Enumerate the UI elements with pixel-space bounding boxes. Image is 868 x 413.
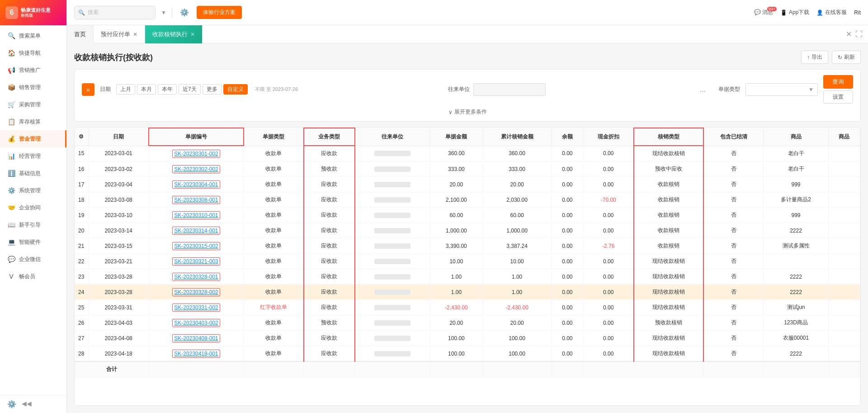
user-name[interactable]: Rit — [854, 9, 861, 16]
marketing-icon: 📢 — [7, 66, 15, 74]
date-this-month[interactable]: 本月 — [137, 84, 156, 95]
sidebar-item-marketing[interactable]: 📢 营销推广 — [0, 62, 66, 79]
topbar-gear-icon[interactable]: ⚙️ — [178, 6, 191, 19]
partner-input[interactable] — [473, 83, 546, 96]
search-icon: 🔍 — [78, 9, 85, 16]
sidebar-item-hardware[interactable]: 💻 智能硬件 — [0, 233, 66, 251]
sidebar-item-sales[interactable]: 📦 销售管理 — [0, 79, 66, 96]
page-content: 收款核销执行(按收款) ↑ 导出 ↻ 刷新 » 日期 — [67, 43, 868, 413]
sidebar-item-inventory[interactable]: 📋 库存核算 — [0, 113, 66, 130]
date-custom[interactable]: 自定义 — [223, 84, 248, 95]
date-last-month[interactable]: 上月 — [116, 84, 135, 95]
industry-solution-button[interactable]: 体验行业方案 — [197, 6, 242, 19]
main-area: 🔍 搜索 ▼ ⚙️ 体验行业方案 💬 消息 99+ 📱 App下载 👤 在线客服… — [67, 0, 868, 413]
hardware-icon: 💻 — [7, 238, 15, 246]
table-row: 172023-03-04SK-20230304-001收款单应收款20.0020… — [75, 177, 860, 192]
tab-close-prepay[interactable]: ✕ — [133, 31, 137, 38]
sidebar-item-system[interactable]: ⚙️ 系统管理 — [0, 182, 66, 199]
sidebar: 6 畅康道好生意 标推版 🔍 搜索菜单 🏠 快捷导航 📢 营销推广 📦 销售管理… — [0, 0, 67, 413]
date-more[interactable]: 更多 — [203, 84, 222, 95]
table-footer-row: 合计 — [75, 361, 860, 377]
sidebar-item-member[interactable]: V 畅会员 — [0, 268, 66, 285]
refresh-button[interactable]: ↻ 刷新 — [832, 51, 861, 64]
tabs-bar: 首页 预付应付单 ✕ 收款核销执行 ✕ ✕ ⛶ — [67, 25, 868, 43]
th-doc-type: 单据类型 — [244, 128, 304, 146]
topbar-search-box[interactable]: 🔍 搜索 — [74, 6, 156, 19]
sidebar-item-corp[interactable]: 🤝 企业协同 — [0, 199, 66, 216]
doc-no-link[interactable]: SK-20230331-002 — [172, 304, 220, 312]
table-row: 242023-03-28SK-20230328-002收款单应收款1.001.0… — [75, 285, 860, 300]
tab-close-collect[interactable]: ✕ — [190, 31, 195, 38]
sidebar-item-guide[interactable]: 📖 新手引导 — [0, 216, 66, 233]
date-this-year[interactable]: 本年 — [158, 84, 177, 95]
doc-no-link[interactable]: SK-20230315-002 — [172, 242, 220, 250]
finance-icon: 💰 — [7, 135, 15, 143]
filter-bar: » 日期 上月 本月 本年 近7天 更多 自定义 不限 至 2023-07-26… — [74, 69, 861, 122]
date-7days[interactable]: 近7天 — [179, 84, 201, 95]
th-amount: 单据金额 — [430, 128, 482, 146]
gear-settings-icon[interactable]: ⚙ — [79, 133, 84, 140]
table-row: 252023-03-31SK-20230331-002红字收款单应收款-2,43… — [75, 300, 860, 315]
filter-expand-toggle[interactable]: » — [82, 83, 94, 96]
doc-no-link[interactable]: SK-20230328-001 — [172, 273, 220, 281]
th-gear: ⚙ — [75, 128, 88, 146]
table-row: 222023-03-21SK-20230321-003收款单应收款10.0010… — [75, 254, 860, 269]
filter-row-1: » 日期 上月 本月 本年 近7天 更多 自定义 不限 至 2023-07-26… — [82, 75, 853, 104]
sidebar-item-wechat[interactable]: 💬 企业微信 — [0, 251, 66, 268]
doc-no-link[interactable]: SK-20230328-002 — [172, 288, 220, 296]
tab-home[interactable]: 首页 — [67, 25, 94, 43]
topbar-dropdown-arrow[interactable]: ▼ — [161, 9, 166, 16]
export-button[interactable]: ↑ 导出 — [801, 51, 828, 64]
sidebar-item-finance[interactable]: 💰 资金管理 — [0, 130, 66, 147]
search-icon: 🔍 — [7, 32, 15, 40]
doc-no-link[interactable]: SK-20230403-002 — [172, 319, 220, 327]
th-doc-no: 单据编号 — [149, 128, 244, 146]
th-date: 日期 — [88, 128, 149, 146]
collapse-icon[interactable]: ◀◀ — [22, 400, 32, 408]
filter-action-buttons: 查询 设置 — [823, 75, 853, 104]
doc-no-link[interactable]: SK-20230321-003 — [172, 257, 220, 266]
sidebar-nav: 🔍 搜索菜单 🏠 快捷导航 📢 营销推广 📦 销售管理 🛒 采购管理 📋 库存核… — [0, 25, 66, 395]
sidebar-item-quick[interactable]: 🏠 快捷导航 — [0, 44, 66, 62]
tab-expand-icon[interactable]: ⛶ — [855, 30, 863, 38]
doc-no-link[interactable]: SK-20230302-002 — [172, 165, 220, 173]
doc-type-filter: 单据类型 ▼ — [718, 83, 818, 96]
table-row: 182023-03-08SK-20230308-001收款单应收款2,100.0… — [75, 192, 860, 208]
sidebar-item-ops[interactable]: 📊 经营管理 — [0, 147, 66, 165]
doc-no-link[interactable]: SK-20230301-002 — [172, 150, 220, 158]
header-actions: ↑ 导出 ↻ 刷新 — [801, 51, 861, 64]
tab-close-all-icon[interactable]: ✕ — [846, 30, 852, 38]
data-table: ⚙ 日期 单据编号 单据类型 业务类型 往来单位 单据金额 累计核销金额 余额 … — [75, 128, 860, 377]
footer-label: 合计 — [75, 361, 149, 377]
settings-icon[interactable]: ⚙️ — [7, 400, 16, 408]
query-button[interactable]: 查询 — [823, 75, 853, 89]
th-partner: 往来单位 — [355, 128, 430, 146]
basic-icon: ℹ️ — [7, 169, 15, 177]
th-goods: 商品 — [764, 128, 828, 146]
tab-prepay[interactable]: 预付应付单 ✕ — [94, 25, 145, 43]
tab-collect[interactable]: 收款核销执行 ✕ — [145, 25, 203, 43]
doc-no-link[interactable]: SK-20230418-001 — [172, 350, 220, 358]
doc-no-link[interactable]: SK-20230408-001 — [172, 334, 220, 342]
expand-more-conditions[interactable]: ∨ 展开更多条件 — [448, 108, 487, 116]
date-range-display: 不限 至 2023-07-26 — [255, 86, 298, 93]
date-filter-label: 日期 — [100, 85, 111, 93]
doc-no-link[interactable]: SK-20230310-001 — [172, 211, 220, 219]
doc-no-link[interactable]: SK-20230308-001 — [172, 196, 220, 204]
table-settings-button[interactable]: 设置 — [823, 90, 853, 104]
sidebar-item-search[interactable]: 🔍 搜索菜单 — [0, 27, 66, 44]
table-row: 152023-03-01SK-20230301-002收款单应收款360.003… — [75, 146, 860, 161]
doc-type-select[interactable]: ▼ — [745, 83, 818, 96]
online-service[interactable]: 👤 在线客服 — [816, 9, 847, 16]
table-row: 282023-04-18SK-20230418-001收款单应收款100.001… — [75, 346, 860, 362]
doc-no-link[interactable]: SK-20230314-001 — [172, 227, 220, 235]
topbar-right: 💬 消息 99+ 📱 App下载 👤 在线客服 Rit — [754, 9, 861, 16]
service-icon: 👤 — [816, 9, 823, 16]
th-acc-amount: 累计核销金额 — [482, 128, 551, 146]
page-title: 收款核销执行(按收款) — [74, 52, 153, 63]
sidebar-item-purchase[interactable]: 🛒 采购管理 — [0, 96, 66, 113]
doc-no-link[interactable]: SK-20230304-001 — [172, 180, 220, 189]
message-badge[interactable]: 💬 消息 99+ — [754, 9, 773, 16]
app-download[interactable]: 📱 App下载 — [780, 9, 809, 16]
sidebar-item-basic[interactable]: ℹ️ 基础信息 — [0, 165, 66, 182]
